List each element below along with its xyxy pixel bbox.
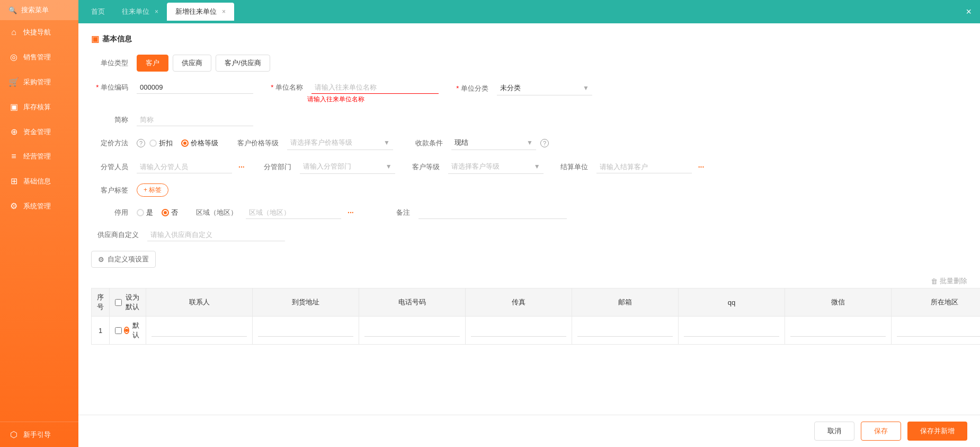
batch-delete-icon: 🗑 xyxy=(931,277,938,285)
td-contact[interactable] xyxy=(146,317,253,345)
sidebar-item-basic[interactable]: ⊞ 基础信息 xyxy=(0,169,78,194)
settlement-label: 结算单位 xyxy=(556,162,588,172)
unit-name-error: 请输入往来单位名称 xyxy=(307,95,364,103)
td-default-label: 默认 xyxy=(131,321,140,340)
sidebar-label-purchase: 采购管理 xyxy=(23,77,51,87)
payment-help-icon[interactable]: ? xyxy=(540,139,549,147)
td-region-input[interactable] xyxy=(897,324,980,337)
section-icon: ▣ xyxy=(91,34,99,44)
radio-discount[interactable]: 折扣 xyxy=(149,138,173,148)
td-wechat[interactable] xyxy=(785,317,892,345)
sidebar-item-sales[interactable]: ◎ 销售管理 xyxy=(0,45,78,69)
manager-input[interactable] xyxy=(137,161,232,173)
save-new-button[interactable]: 保存并新增 xyxy=(907,422,967,441)
add-tag-button[interactable]: + 标签 xyxy=(137,183,168,197)
sidebar-item-guide[interactable]: ⬡ 新手引导 xyxy=(0,422,78,447)
price-level-select[interactable]: 请选择客户价格等级 ▼ xyxy=(287,136,393,150)
th-default: 设为默认 xyxy=(110,288,146,317)
inventory-icon: ▣ xyxy=(8,102,19,112)
td-default-radio[interactable]: 默认 xyxy=(124,321,140,340)
radio-yes[interactable]: 是 xyxy=(137,208,153,217)
payment-terms-select[interactable]: 现结 ▼ xyxy=(451,136,536,150)
department-group: 分管部门 请输入分管部门 ▼ xyxy=(260,160,395,174)
sidebar-item-operation[interactable]: ≡ 经营管理 xyxy=(0,144,78,169)
radio-no-label: 否 xyxy=(171,208,178,217)
radio-price-level[interactable]: 价格等级 xyxy=(181,138,218,148)
unit-code-label: 单位编码 xyxy=(91,83,128,92)
tab-partners-label: 往来单位 xyxy=(122,7,149,16)
unit-name-input[interactable] xyxy=(311,81,439,94)
td-fax[interactable] xyxy=(466,317,572,345)
supplier-custom-input[interactable] xyxy=(147,229,285,241)
tab-bar: 首页 往来单位 × 新增往来单位 × × xyxy=(78,0,980,23)
td-qq-input[interactable] xyxy=(684,324,779,337)
td-phone-input[interactable] xyxy=(364,324,460,337)
home-icon: ⌂ xyxy=(8,28,19,37)
remarks-group: 备注 xyxy=(373,206,567,219)
sidebar-item-inventory[interactable]: ▣ 库存核算 xyxy=(0,94,78,119)
settlement-more-btn[interactable]: ··· xyxy=(696,163,707,171)
sidebar-label-sales: 销售管理 xyxy=(23,52,51,62)
search-icon: 🔍 xyxy=(8,6,17,14)
department-select[interactable]: 请输入分管部门 ▼ xyxy=(300,160,395,174)
window-close-button[interactable]: × xyxy=(961,4,976,20)
customer-level-arrow: ▼ xyxy=(534,163,540,170)
unit-type-row: 单位类型 客户 供应商 客户/供应商 xyxy=(91,55,967,72)
pricing-help-icon[interactable]: ? xyxy=(137,139,145,147)
price-level-label: 客户价格等级 xyxy=(231,138,279,148)
save-button[interactable]: 保存 xyxy=(861,422,901,441)
tab-new-partner[interactable]: 新增往来单位 × xyxy=(167,3,234,21)
sidebar-item-finance[interactable]: ⊕ 资金管理 xyxy=(0,119,78,144)
batch-delete-btn[interactable]: 🗑 批量删除 xyxy=(931,276,967,286)
sidebar-item-quick-nav[interactable]: ⌂ 快捷导航 xyxy=(0,20,78,45)
short-name-label: 简称 xyxy=(91,115,128,125)
contact-table-section: 🗑 批量删除 序号 设为默认 联系人 到货 xyxy=(91,276,967,345)
pricing-radio-group: 折扣 价格等级 xyxy=(149,138,218,148)
settlement-input[interactable] xyxy=(596,161,692,173)
tab-new-partner-close[interactable]: × xyxy=(222,8,226,15)
td-no: 1 xyxy=(92,317,110,345)
sidebar-label-guide: 新手引导 xyxy=(23,430,51,440)
pricing-row: 定价方法 ? 折扣 价格等级 客户价格等级 请选择客户价格等级 xyxy=(91,136,967,150)
td-address[interactable] xyxy=(253,317,359,345)
custom-settings-button[interactable]: ⚙ 自定义项设置 xyxy=(91,251,156,268)
td-address-input[interactable] xyxy=(258,324,353,337)
sales-icon: ◎ xyxy=(8,52,19,62)
td-checkbox[interactable] xyxy=(115,327,122,334)
td-phone[interactable] xyxy=(359,317,466,345)
sidebar-item-purchase[interactable]: 🛒 采购管理 xyxy=(0,69,78,94)
guide-icon: ⬡ xyxy=(8,430,19,440)
sidebar-search[interactable]: 🔍 搜索菜单 xyxy=(0,0,78,20)
tab-partners[interactable]: 往来单位 × xyxy=(113,3,167,21)
manager-more-btn[interactable]: ··· xyxy=(236,163,247,171)
btn-customer[interactable]: 客户 xyxy=(137,55,168,72)
short-name-input[interactable] xyxy=(137,113,253,126)
section-basic-info: ▣ 基本信息 xyxy=(91,34,967,44)
unit-category-select[interactable]: 未分类 ▼ xyxy=(497,81,592,95)
td-email[interactable] xyxy=(572,317,679,345)
th-qq: qq xyxy=(679,288,785,317)
payment-terms-label: 收款条件 xyxy=(406,138,443,148)
add-tag-label: + 标签 xyxy=(144,186,162,195)
region-more-btn[interactable]: ··· xyxy=(345,208,356,217)
region-input[interactable] xyxy=(246,206,341,219)
tab-partners-close[interactable]: × xyxy=(155,8,158,15)
th-checkbox[interactable] xyxy=(115,299,122,306)
td-region[interactable] xyxy=(892,317,981,345)
sidebar-item-system[interactable]: ⚙ 系统管理 xyxy=(0,194,78,218)
btn-supplier[interactable]: 供应商 xyxy=(173,55,211,72)
td-contact-input[interactable] xyxy=(152,324,247,337)
td-qq[interactable] xyxy=(679,317,785,345)
radio-no[interactable]: 否 xyxy=(162,208,178,217)
customer-level-select[interactable]: 请选择客户等级 ▼ xyxy=(448,160,544,174)
unit-code-input[interactable] xyxy=(137,81,253,94)
cancel-button[interactable]: 取消 xyxy=(814,422,854,441)
settings-icon: ⚙ xyxy=(98,256,104,264)
td-fax-input[interactable] xyxy=(471,324,566,337)
td-wechat-input[interactable] xyxy=(790,324,886,337)
td-email-input[interactable] xyxy=(577,324,673,337)
tab-home[interactable]: 首页 xyxy=(83,3,113,21)
remarks-input[interactable] xyxy=(418,206,567,219)
btn-both[interactable]: 客户/供应商 xyxy=(216,55,270,72)
th-wechat: 微信 xyxy=(785,288,892,317)
